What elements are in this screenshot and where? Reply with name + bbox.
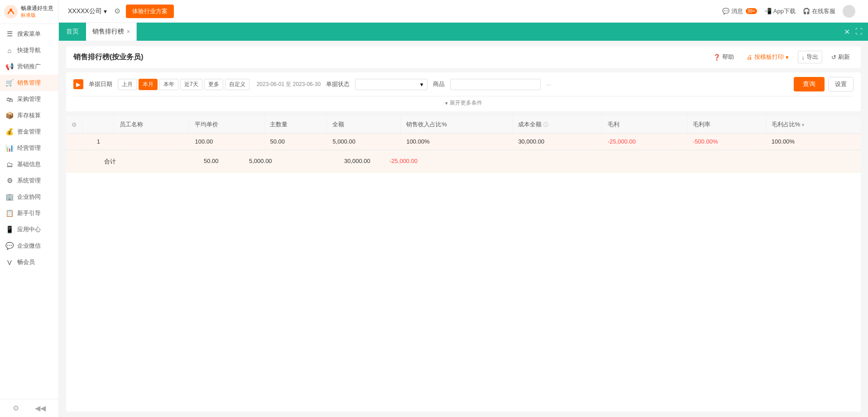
goods-more-icon[interactable]: ···	[546, 81, 551, 88]
date-btn-last-month[interactable]: 上月	[118, 79, 137, 90]
maximize-icon[interactable]: ⛶	[855, 28, 863, 36]
sidebar-item-sales[interactable]: 🛒 销售管理	[0, 75, 58, 91]
export-label: 导出	[806, 53, 818, 61]
wechat-icon: 💬	[5, 242, 14, 250]
help-icon: ❓	[713, 54, 720, 61]
tab-home[interactable]: 首页	[59, 23, 86, 41]
sidebar-item-wechat[interactable]: 💬 企业微信	[0, 238, 58, 254]
app-download-icon: 📲	[764, 8, 772, 14]
sidebar-item-inventory[interactable]: 📦 库存核算	[0, 107, 58, 124]
sidebar-item-inventory-label: 库存核算	[17, 111, 41, 120]
topbar-settings-icon[interactable]: ⚙	[114, 7, 120, 15]
sidebar-item-purchase[interactable]: 🛍 采购管理	[0, 91, 58, 107]
th-settings[interactable]: ⚙	[66, 116, 83, 134]
footer-profit-pct	[475, 155, 520, 168]
enterprise-icon: 🏢	[5, 193, 14, 201]
query-button[interactable]: 查询	[794, 77, 825, 91]
online-service-item[interactable]: 🎧 在线客服	[803, 7, 835, 15]
print-icon: 🖨	[747, 54, 753, 61]
date-buttons: 上月 本月 本年 近7天 更多 自定义	[118, 79, 249, 90]
settings-bottom-icon[interactable]: ⚙	[13, 404, 19, 412]
th-profit: 毛利	[602, 116, 687, 134]
sidebar-nav: ☰ 搜索菜单 ⌂ 快捷导航 📢 营销推广 🛒 销售管理 🛍 采购管理 📦 库存核…	[0, 24, 58, 399]
table-body: 1100.0050.005,000.00100.00%30,000.00-25,…	[66, 134, 861, 150]
date-btn-this-month[interactable]: 本月	[139, 79, 158, 90]
close-window-icon[interactable]: ✕	[844, 28, 850, 36]
date-btn-more[interactable]: 更多	[204, 79, 223, 90]
svg-point-1	[10, 9, 12, 11]
data-table: ⚙ 员工名称 平均单价 主数量 全额 销售收入占比% 成本全额 ⓘ 毛利 毛利率…	[66, 116, 861, 150]
management-icon: 📊	[5, 144, 14, 152]
trial-button[interactable]: 体验行业方案	[126, 5, 174, 18]
expand-label: 展开更多条件	[450, 99, 482, 107]
sidebar-item-shortcut[interactable]: ⌂ 快捷导航	[0, 42, 58, 58]
message-badge: 99+	[746, 8, 757, 14]
td-avg-price: 100.00	[189, 134, 264, 150]
filter-actions: 查询 设置	[794, 77, 854, 91]
expand-button[interactable]: ▾ 展开更多条件	[445, 99, 482, 107]
chevron-down-expand-icon: ▾	[445, 100, 448, 106]
sidebar-item-management[interactable]: 📊 经营管理	[0, 140, 58, 156]
sidebar-item-marketing[interactable]: 📢 营销推广	[0, 58, 58, 75]
sidebar-item-system[interactable]: ⚙ 系统管理	[0, 173, 58, 189]
sidebar-item-management-label: 经营管理	[17, 144, 41, 152]
export-icon: ↓	[802, 54, 805, 61]
sidebar-item-basic-label: 基础信息	[17, 160, 41, 168]
sidebar-item-apps[interactable]: 📱 应用中心	[0, 221, 58, 238]
footer-settings-cell	[72, 155, 85, 168]
export-button[interactable]: ↓ 导出	[798, 51, 823, 63]
home-icon: ⌂	[5, 47, 14, 54]
td-profit: -25,000.00	[602, 134, 687, 150]
system-icon: ⚙	[5, 177, 14, 185]
member-icon: V	[5, 259, 14, 266]
megaphone-icon: 📢	[5, 62, 14, 71]
main-area: XXXXX公司 ▾ ⚙ 体验行业方案 💬 消息 99+ 📲 App下载 🎧 在线…	[59, 0, 868, 417]
sidebar-item-finance-label: 资金管理	[17, 128, 41, 136]
td-settings	[66, 134, 83, 150]
goods-input[interactable]	[450, 79, 541, 90]
avatar[interactable]	[843, 5, 855, 18]
footer-cost: 30,000.00	[339, 155, 384, 168]
online-service-label: 在线客服	[812, 7, 835, 15]
settings-button[interactable]: 设置	[828, 77, 854, 91]
table-area: ⚙ 员工名称 平均单价 主数量 全额 销售收入占比% 成本全额 ⓘ 毛利 毛利率…	[66, 116, 861, 412]
help-label: 帮助	[722, 53, 734, 61]
sidebar-item-search-label: 搜索菜单	[17, 30, 41, 38]
content-area: 销售排行榜(按业务员) ❓ 帮助 🖨 按模板打印 ▾ ↓ 导出 ↺ 刷新	[59, 41, 868, 417]
sidebar-item-finance[interactable]: 💰 资金管理	[0, 124, 58, 140]
sidebar-item-enterprise[interactable]: 🏢 企业协同	[0, 189, 58, 205]
goods-label: 商品	[433, 80, 445, 88]
company-selector[interactable]: XXXXX公司 ▾	[64, 5, 110, 17]
date-btn-this-year[interactable]: 本年	[159, 79, 178, 90]
headphone-icon: 🎧	[803, 8, 810, 14]
td-amount: 5,000.00	[327, 134, 401, 150]
collapse-icon[interactable]: ◀◀	[35, 404, 46, 412]
date-btn-7days[interactable]: 近7天	[180, 79, 202, 90]
td-profit-rate: -500.00%	[687, 134, 766, 150]
app-download-item[interactable]: 📲 App下载	[764, 7, 796, 15]
sidebar-item-basic[interactable]: 🗂 基础信息	[0, 156, 58, 173]
footer-qty: 50.00	[198, 155, 244, 168]
tab-sales-ranking[interactable]: 销售排行榜 ×	[86, 23, 137, 41]
inventory-icon: 📦	[5, 111, 14, 120]
purchase-icon: 🛍	[5, 96, 14, 103]
help-button[interactable]: ❓ 帮助	[710, 51, 738, 63]
refresh-button[interactable]: ↺ 刷新	[828, 51, 854, 63]
date-btn-custom[interactable]: 自定义	[225, 79, 249, 90]
app-name: 畅康通好生意	[21, 5, 53, 12]
print-button[interactable]: 🖨 按模板打印 ▾	[743, 51, 792, 63]
sidebar-item-member[interactable]: V 畅会员	[0, 254, 58, 270]
refresh-label: 刷新	[838, 53, 850, 61]
message-item[interactable]: 💬 消息 99+	[722, 7, 757, 15]
apps-icon: 📱	[5, 225, 14, 234]
status-select[interactable]: ▾	[355, 79, 427, 90]
tab-close-icon[interactable]: ×	[127, 29, 130, 35]
sidebar-item-search[interactable]: ☰ 搜索菜单	[0, 26, 58, 42]
expand-row: ▾ 展开更多条件	[73, 96, 854, 107]
sidebar-item-guide-label: 新手引导	[17, 209, 41, 217]
filter-expand-arrow[interactable]: ▶	[73, 79, 83, 89]
sidebar-item-marketing-label: 营销推广	[17, 62, 41, 71]
tab-sales-ranking-label: 销售排行榜	[92, 28, 124, 36]
sidebar-footer: ⚙ ◀◀	[0, 399, 58, 417]
sidebar-item-guide[interactable]: 📋 新手引导	[0, 205, 58, 221]
